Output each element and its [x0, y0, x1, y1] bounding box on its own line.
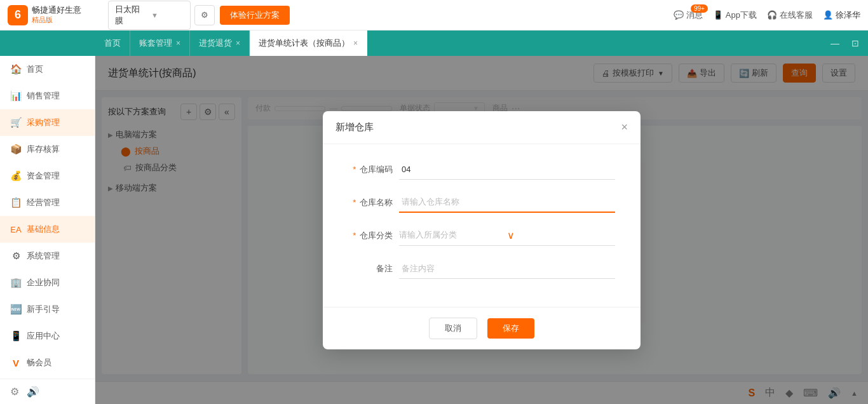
tab-expand-btn[interactable]: ⊡: [848, 36, 863, 51]
add-warehouse-dialog: 新增仓库 × * 仓库编码: [323, 111, 641, 349]
store-selector[interactable]: 日太阳膜 ▼: [108, 1, 191, 30]
category-placeholder: 请输入所属分类: [399, 229, 507, 241]
category-label: * 仓库分类: [348, 230, 399, 241]
tab-account-close[interactable]: ×: [176, 39, 180, 48]
modal-overlay: 新增仓库 × * 仓库编码: [95, 56, 868, 404]
sidebar-label-purchase: 采购管理: [27, 117, 60, 128]
finance-icon: 💰: [10, 170, 22, 182]
sidebar-label-guide: 新手引导: [27, 304, 60, 315]
home-icon: 🏠: [10, 64, 22, 75]
sidebar-item-guide[interactable]: 🆕 新手引导: [0, 296, 95, 323]
tab-controls: — ⊡: [827, 36, 868, 51]
sidebar-label-enterprise: 企业协同: [27, 277, 60, 288]
tab-purchase-return-close[interactable]: ×: [236, 39, 240, 48]
trial-button[interactable]: 体验行业方案: [220, 6, 290, 25]
online-service-label: 在线客服: [780, 10, 813, 21]
enterprise-icon: 🏢: [10, 277, 22, 288]
vip-icon: V: [10, 357, 22, 368]
sidebar-item-system[interactable]: ⚙ 系统管理: [0, 243, 95, 269]
sidebar-item-enterprise[interactable]: 🏢 企业协同: [0, 269, 95, 296]
sidebar-label-sales: 销售管理: [27, 90, 60, 102]
notification-item[interactable]: 💬 消息 99+: [674, 10, 703, 21]
notification-badge: 99+: [691, 4, 708, 13]
settings-button[interactable]: ⚙: [194, 5, 215, 25]
content-area: 进货单统计(按商品) 🖨 按模板打印 ▼ 📤 导出 🔄 刷新: [95, 56, 868, 404]
sidebar-item-sales[interactable]: 📊 销售管理: [0, 83, 95, 109]
username-label: 徐泽华: [836, 10, 860, 21]
category-select[interactable]: 请输入所属分类 ∨: [399, 226, 615, 246]
sidebar-item-purchase[interactable]: 🛒 采购管理: [0, 109, 95, 136]
top-header: 6 畅捷通好生意 精品版 日太阳膜 ▼ ⚙ 体验行业方案 💬 消息 99+ 📱 …: [0, 0, 868, 30]
logo-sub: 精品版: [32, 15, 81, 25]
dialog-body: * 仓库编码 * 仓库名称: [323, 144, 641, 307]
remark-input[interactable]: [399, 259, 615, 279]
main-layout: 🏠 首页 📊 销售管理 🛒 采购管理 📦 库存核算 💰 资金管理 📋 经营管理 …: [0, 56, 868, 404]
logo-area: 6 畅捷通好生意 精品版: [8, 5, 103, 25]
sidebar-item-app-center[interactable]: 📱 应用中心: [0, 323, 95, 349]
sidebar-item-vip[interactable]: V 畅会员: [0, 349, 95, 376]
app-center-icon: 📱: [10, 330, 22, 342]
guide-icon: 🆕: [10, 304, 22, 315]
sidebar-label-basic-info: 基础信息: [27, 224, 60, 235]
sidebar-label-app-center: 应用中心: [27, 330, 60, 342]
category-dropdown-arrow: ∨: [507, 229, 615, 241]
form-row-category: * 仓库分类 请输入所属分类 ∨: [348, 226, 615, 246]
tab-purchase-return[interactable]: 进货退货 ×: [190, 30, 250, 56]
save-button[interactable]: 保存: [487, 318, 534, 339]
logo-name: 畅捷通好生意: [32, 5, 81, 16]
logo-icon: 6: [8, 5, 28, 25]
basic-info-icon: EA: [10, 224, 22, 235]
sidebar-label-inventory: 库存核算: [27, 144, 60, 155]
tab-purchase-stats-close[interactable]: ×: [353, 39, 358, 48]
dialog-header: 新增仓库 ×: [323, 111, 641, 144]
operations-icon: 📋: [10, 197, 22, 208]
content-inner: 进货单统计(按商品) 🖨 按模板打印 ▼ 📤 导出 🔄 刷新: [95, 56, 868, 404]
remark-label: 备注: [348, 263, 399, 274]
tab-home[interactable]: 首页: [95, 30, 130, 56]
sidebar-item-finance[interactable]: 💰 资金管理: [0, 163, 95, 189]
sales-icon: 📊: [10, 90, 22, 102]
tab-home-label: 首页: [104, 37, 121, 49]
sidebar-label-system: 系统管理: [27, 250, 60, 262]
online-service-item[interactable]: 🎧 在线客服: [767, 10, 813, 21]
name-label: * 仓库名称: [348, 197, 399, 208]
name-input[interactable]: [399, 192, 615, 213]
sidebar: 🏠 首页 📊 销售管理 🛒 采购管理 📦 库存核算 💰 资金管理 📋 经营管理 …: [0, 56, 95, 404]
tab-purchase-return-label: 进货退货: [199, 37, 232, 49]
system-icon: ⚙: [10, 250, 22, 262]
user-item[interactable]: 👤 徐泽华: [823, 10, 860, 21]
tab-collapse-btn[interactable]: —: [827, 36, 843, 51]
inventory-icon: 📦: [10, 144, 22, 155]
user-icon: 👤: [823, 10, 833, 20]
sidebar-bottom: ⚙ 🔊: [0, 379, 95, 404]
sidebar-item-home[interactable]: 🏠 首页: [0, 56, 95, 83]
store-name: 日太阳膜: [115, 4, 147, 27]
purchase-icon: 🛒: [10, 117, 22, 128]
phone-icon: 📱: [713, 10, 723, 20]
sidebar-label-operations: 经营管理: [27, 197, 60, 208]
sidebar-label-home: 首页: [27, 64, 43, 75]
sidebar-label-finance: 资金管理: [27, 170, 60, 182]
tab-account-label: 账套管理: [139, 37, 172, 49]
code-label: * 仓库编码: [348, 164, 399, 175]
sidebar-item-inventory[interactable]: 📦 库存核算: [0, 136, 95, 163]
sidebar-sound-icon[interactable]: 🔊: [27, 386, 39, 398]
app-download-label: App下载: [726, 10, 757, 21]
form-row-code: * 仓库编码: [348, 159, 615, 180]
sidebar-item-operations[interactable]: 📋 经营管理: [0, 189, 95, 216]
header-right: 💬 消息 99+ 📱 App下载 🎧 在线客服 👤 徐泽华: [674, 10, 860, 21]
sidebar-item-basic-info[interactable]: EA 基础信息: [0, 216, 95, 243]
store-dropdown-arrow: ▼: [151, 11, 184, 19]
app-download-item[interactable]: 📱 App下载: [713, 10, 757, 21]
dialog-close-button[interactable]: ×: [621, 121, 628, 133]
code-input[interactable]: [399, 159, 615, 180]
message-icon: 💬: [674, 10, 684, 20]
dialog-title: 新增仓库: [336, 121, 374, 133]
tab-bar: 首页 账套管理 × 进货退货 × 进货单统计表（按商品） × — ⊡: [0, 30, 868, 56]
sidebar-label-vip: 畅会员: [27, 357, 51, 368]
tab-purchase-stats[interactable]: 进货单统计表（按商品） ×: [250, 30, 367, 56]
tab-account[interactable]: 账套管理 ×: [130, 30, 190, 56]
headset-icon: 🎧: [767, 10, 777, 20]
sidebar-settings-icon[interactable]: ⚙: [10, 386, 19, 398]
cancel-button[interactable]: 取消: [429, 318, 477, 339]
